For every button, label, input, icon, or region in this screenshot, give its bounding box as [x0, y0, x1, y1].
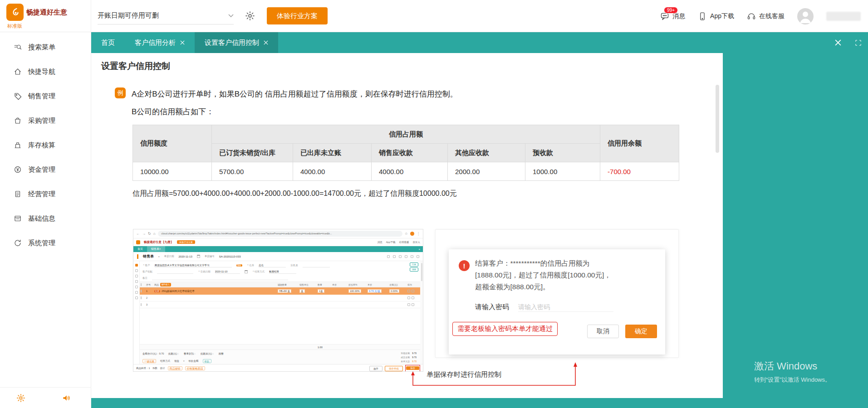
- discard-button: 放弃: [369, 366, 383, 371]
- mini-tab-bar: 首页 销售单: [133, 246, 423, 252]
- sidebar-item-purchase[interactable]: 采购管理: [0, 108, 91, 133]
- reload-icon: [148, 232, 151, 236]
- field-value: 总仓: [259, 263, 286, 267]
- rail-icon: [135, 296, 138, 299]
- phone-icon: [698, 12, 707, 21]
- import-icon: [399, 255, 402, 258]
- col-credit-limit: 信用额度: [133, 125, 212, 162]
- close-icon: [416, 248, 423, 251]
- content-area: 设置客户信用控制 例 A企对B公司进行开单时，如果B公司的 信用占用额超过了信用…: [91, 53, 868, 408]
- rail-icon: [135, 280, 138, 283]
- messages-button[interactable]: 99+ 消息: [660, 12, 685, 21]
- mini-app-header: 畅捷通好生意【九橙】 体验行业方案 消息 App下载 在线客服 合伙人: [133, 238, 423, 246]
- user-avatar[interactable]: [797, 8, 814, 24]
- delete-row-icon: [412, 296, 414, 299]
- field-value: [303, 263, 330, 267]
- online-service-button[interactable]: 在线客服: [747, 12, 785, 21]
- settings-gear-icon[interactable]: [245, 11, 255, 21]
- rail-icon: [135, 275, 138, 277]
- fullscreen-button[interactable]: [848, 32, 868, 53]
- app-download-button[interactable]: App下载: [698, 12, 734, 21]
- sidebar-item-quick-nav[interactable]: 快捷导航: [0, 59, 91, 84]
- sidebar-item-inventory[interactable]: 库存核算: [0, 133, 91, 157]
- sidebar-item-search-menu[interactable]: 搜索菜单: [0, 35, 91, 59]
- mini-nav: 消息 App下载 在线客服 合伙人: [378, 241, 420, 244]
- sidebar-item-operation[interactable]: 经营管理: [0, 182, 91, 206]
- sidebar-item-base-info[interactable]: 基础信息: [0, 206, 91, 231]
- rail-icon: [135, 291, 138, 294]
- back-icon: [136, 232, 140, 236]
- sidebar-item-label: 销售管理: [28, 92, 55, 101]
- home-icon: [14, 68, 22, 76]
- price-policy-tag: 价格策略跟踪: [185, 366, 205, 370]
- cancel-button[interactable]: 取消: [587, 325, 619, 338]
- account-set-select[interactable]: 开账日期可停用可删: [98, 7, 234, 24]
- bookmark-star-icon: [405, 232, 408, 236]
- field-label: ＊交易日期: [198, 270, 211, 273]
- sidebar-item-system[interactable]: 系统管理: [0, 231, 91, 255]
- print-icon: [393, 255, 396, 258]
- sidebar-footer: [0, 387, 91, 408]
- app-logo[interactable]: 畅捷通好生意 标准版: [0, 0, 91, 32]
- mini-quick-buttons: 引单 选单: [410, 262, 418, 272]
- cell-remaining: -700.00: [600, 162, 679, 181]
- tab-bar: 首页 客户信用分析 设置客户信用控制: [91, 32, 868, 53]
- history-icon: [411, 255, 413, 258]
- copy-row-icon: [407, 303, 410, 306]
- delete-row-icon: [412, 303, 414, 306]
- close-all-tabs-button[interactable]: [828, 32, 848, 53]
- field-value: 腾度信息技术大学文字信息传媒有限公司文字学习: [155, 263, 232, 267]
- aux-sale-tag: 商品辅销: [168, 366, 182, 370]
- table-row: 10000.00 5700.00 4000.00 4000.00 2000.00…: [133, 162, 679, 181]
- field-tag: 预收: [236, 264, 242, 267]
- browser-menu-icon: [417, 232, 420, 236]
- rail-icon: [135, 286, 138, 288]
- settings-gear-icon[interactable]: [16, 393, 25, 403]
- mini-url-bar: cloud.chanjet.com/wy/u11ydartm7da/9mp7ta…: [158, 231, 402, 237]
- close-icon[interactable]: [180, 40, 185, 45]
- logo-icon: [136, 240, 140, 244]
- confirm-button[interactable]: 确定: [625, 325, 657, 338]
- edition-badge: 标准版: [7, 23, 22, 29]
- mini-table-row: 3: [140, 301, 420, 308]
- field-label: 业务员: [290, 264, 298, 267]
- copy-row-icon: [407, 296, 410, 299]
- field-label: ＊结算方式: [252, 270, 265, 273]
- tab-credit-control[interactable]: 设置客户信用控制: [195, 32, 278, 53]
- sidebar-item-sales[interactable]: 销售管理: [0, 84, 91, 108]
- forward-icon: [142, 232, 146, 236]
- save-button: 保存: [406, 366, 419, 370]
- field-value: [152, 276, 288, 280]
- field-label: ＊仓库: [247, 264, 255, 267]
- collect-payment-chip: 收款: [203, 359, 211, 363]
- speaker-icon[interactable]: [62, 393, 71, 403]
- tab-label: 首页: [101, 39, 115, 47]
- dialog-message-line: 结算客户：***********的信用占用额为: [475, 257, 657, 269]
- tab-home[interactable]: 首页: [91, 32, 125, 53]
- password-input[interactable]: [518, 302, 613, 312]
- mini-table-row-highlighted: 1 红枣250g新疆和田大红枣特级红枣 HB+90 盒 盒 1盒 100.00%…: [140, 287, 420, 295]
- document-icon: [14, 190, 22, 198]
- close-icon[interactable]: [264, 40, 268, 45]
- sidebar-item-funds[interactable]: 资金管理: [0, 157, 91, 182]
- coin-yuan-icon: [14, 165, 22, 174]
- boss-password-tip: 需要老板输入密码本单才能通过: [452, 322, 558, 336]
- tabbar-actions: [828, 32, 868, 53]
- aux-entry-button: 辅助录入: [160, 283, 171, 287]
- cell-ordered: 5700.00: [212, 162, 293, 181]
- scrollbar-thumb[interactable]: [716, 85, 719, 153]
- sidebar-item-label: 经营管理: [28, 190, 55, 199]
- mini-toolbar: 销售单 单据日期 2020-11-13 单据编号 SA-20201113-033: [133, 252, 423, 261]
- checkbox: [141, 290, 142, 292]
- app-title: 畅捷通好生意: [26, 8, 67, 17]
- subcol-shipped: 已出库未立账: [293, 144, 372, 162]
- trial-solution-button[interactable]: 体验行业方案: [267, 7, 328, 24]
- config-icon: [387, 255, 390, 258]
- rail-icon: [135, 264, 138, 267]
- tab-credit-analysis[interactable]: 客户信用分析: [125, 32, 195, 53]
- mini-doc-title: 销售单: [143, 254, 154, 259]
- field-label: 客户宅配: [142, 270, 152, 273]
- dialog-message: 结算客户：***********的信用占用额为 [1888.00元]，超过了信用…: [475, 257, 657, 293]
- online-service-label: 在线客服: [759, 12, 785, 20]
- subcol-other: 其他应收款: [448, 144, 525, 162]
